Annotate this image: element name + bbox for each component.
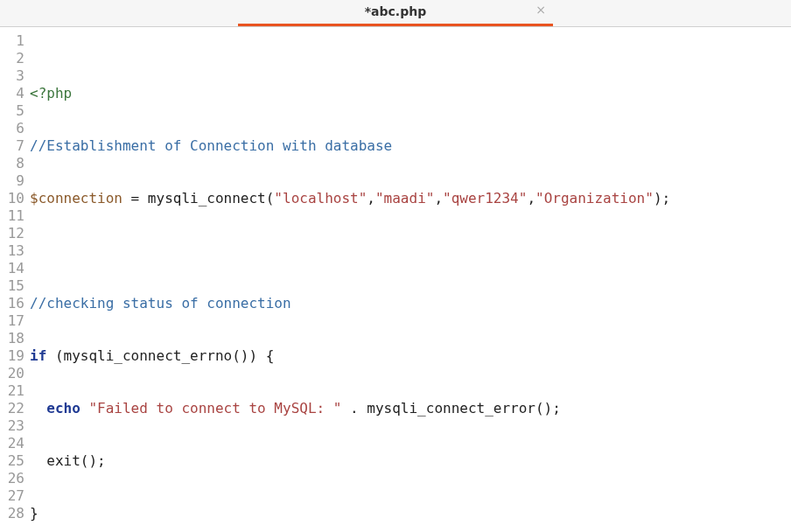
- line-number: 5: [0, 102, 24, 120]
- line-number: 12: [0, 225, 24, 242]
- line-number: 19: [0, 347, 24, 365]
- code-line: $connection = mysqli_connect("localhost"…: [30, 190, 791, 207]
- code-line: //Establishment of Connection with datab…: [30, 137, 791, 155]
- tab-title: *abc.php: [365, 4, 426, 18]
- line-number-gutter: 1234567891011121314151617181920212223242…: [0, 32, 30, 532]
- line-number: 26: [0, 470, 24, 487]
- code-line: echo "Failed to connect to MySQL: " . my…: [30, 400, 791, 417]
- line-number: 24: [0, 435, 24, 452]
- line-number: 3: [0, 67, 24, 85]
- close-icon[interactable]: ×: [536, 3, 546, 17]
- line-number: 9: [0, 172, 24, 190]
- line-number: 27: [0, 487, 24, 505]
- code-area[interactable]: <?php //Establishment of Connection with…: [30, 32, 791, 532]
- line-number: 25: [0, 452, 24, 470]
- titlebar: *abc.php ×: [0, 0, 791, 27]
- line-number: 22: [0, 400, 24, 417]
- line-number: 13: [0, 242, 24, 260]
- line-number: 6: [0, 120, 24, 137]
- code-line: [30, 242, 791, 260]
- line-number: 18: [0, 330, 24, 347]
- line-number: 16: [0, 295, 24, 312]
- line-number: 21: [0, 382, 24, 400]
- line-number: 20: [0, 365, 24, 382]
- code-line: //checking status of connection: [30, 295, 791, 312]
- line-number: 2: [0, 50, 24, 67]
- code-line: }: [30, 505, 791, 522]
- line-number: 8: [0, 155, 24, 172]
- line-number: 10: [0, 190, 24, 207]
- line-number: 15: [0, 277, 24, 295]
- code-line: exit();: [30, 452, 791, 470]
- line-number: 17: [0, 312, 24, 330]
- line-number: 14: [0, 260, 24, 277]
- line-number: 4: [0, 85, 24, 102]
- line-number: 23: [0, 417, 24, 435]
- file-tab[interactable]: *abc.php ×: [238, 0, 553, 26]
- line-number: 1: [0, 32, 24, 50]
- line-number: 11: [0, 207, 24, 225]
- code-line: <?php: [30, 85, 791, 102]
- line-number: 7: [0, 137, 24, 155]
- line-number: 28: [0, 505, 24, 522]
- editor: 1234567891011121314151617181920212223242…: [0, 27, 791, 532]
- code-line: if (mysqli_connect_errno()) {: [30, 347, 791, 365]
